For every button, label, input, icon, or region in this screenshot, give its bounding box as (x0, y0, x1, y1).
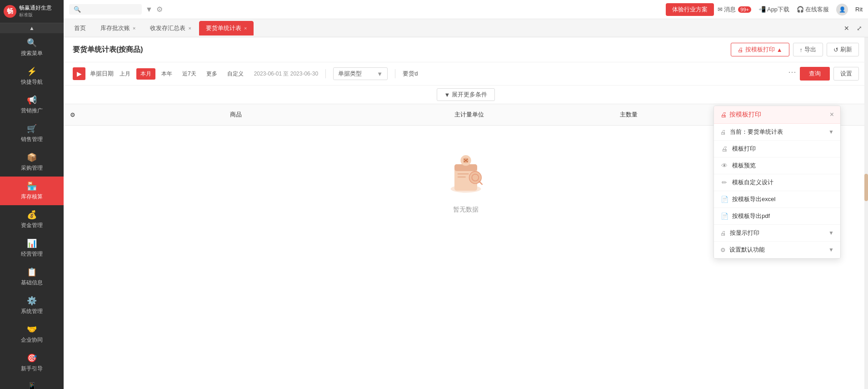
type-filter-select[interactable]: 单据类型 ▼ (333, 67, 388, 80)
tab-requisition-stats[interactable]: 要货单统计表 × (199, 21, 254, 35)
tab-inventory-batch-close[interactable]: × (133, 25, 135, 31)
sidebar-label-search: 搜索菜单 (21, 50, 43, 57)
refresh-button[interactable]: ↺ 刷新 (827, 43, 859, 56)
date-label: 单据日期 (90, 70, 114, 78)
display-print-label: 按显示打印 (730, 229, 759, 237)
tab-home-label: 首页 (74, 24, 86, 32)
topbar-dropdown-icon[interactable]: ▼ (145, 5, 153, 14)
finance-icon: 💰 (27, 210, 37, 220)
sidebar-item-guide[interactable]: 🎯 新手引导 (0, 349, 64, 377)
settings-button[interactable]: 设置 (833, 67, 859, 81)
purchase-icon: 📦 (27, 152, 37, 162)
user-avatar[interactable]: 👤 (836, 4, 848, 15)
search-icon: 🔍 (27, 38, 37, 48)
expand-toggle[interactable]: ▶ (73, 67, 85, 80)
dropdown-item-template-print[interactable]: 🖨 模板打印 (714, 141, 840, 157)
window-maximize-button[interactable]: ⤢ (854, 23, 864, 33)
page-header: 要货单统计表(按商品) 🖨 按模板打印 ▲ ↑ 导出 ↺ 刷新 (64, 37, 868, 62)
system-icon: ⚙️ (27, 296, 37, 306)
app-name: 畅赢通好生意 (19, 5, 52, 12)
date-btn-more[interactable]: 更多 (202, 68, 221, 80)
date-btn-last7days[interactable]: 近7天 (178, 68, 200, 80)
col-settings[interactable]: ⚙ (64, 109, 82, 121)
expand-more-icon: ▼ (444, 91, 450, 98)
dropdown-display-print[interactable]: 🖨 按显示打印 ▼ (714, 225, 840, 242)
dropdown-item-template-design[interactable]: ✏ 模板自定义设计 (714, 174, 840, 191)
sidebar-item-basic[interactable]: 📋 基础信息 (0, 263, 64, 291)
topbar-search-icon: 🔍 (74, 6, 81, 13)
window-close-button[interactable]: ✕ (842, 23, 852, 33)
dropdown-close-button[interactable]: × (830, 111, 834, 119)
scrollbar-thumb[interactable] (864, 174, 868, 201)
tabbar: 首页 库存批次账 × 收发存汇总表 × 要货单统计表 × ✕ ⤢ (64, 19, 868, 37)
more-options-icon[interactable]: ⋯ (788, 67, 796, 81)
tab-collection-summary[interactable]: 收发存汇总表 × (143, 21, 198, 35)
date-btn-prev-month[interactable]: 上月 (115, 68, 135, 80)
tab-requisition-stats-close[interactable]: × (244, 25, 247, 31)
sidebar-item-sales[interactable]: 🛒 销售管理 (0, 119, 64, 148)
sidebar-item-purchase[interactable]: 📦 采购管理 (0, 148, 64, 177)
header-right-actions: 🖨 按模板打印 ▲ ↑ 导出 ↺ 刷新 (731, 43, 859, 56)
sidebar-item-search[interactable]: 🔍 搜索菜单 (0, 33, 64, 62)
sidebar-item-inventory[interactable]: 🏪 库存核算 (0, 177, 64, 205)
online-service-item[interactable]: 🎧 在线客服 (797, 5, 829, 14)
sidebar-item-marketing[interactable]: 📢 营销推广 (0, 91, 64, 119)
dropdown-item-template-preview[interactable]: 👁 模板预览 (714, 157, 840, 174)
sidebar-item-operations[interactable]: 📊 经营管理 (0, 234, 64, 263)
dropdown-item-template-excel[interactable]: 📄 按模板导出excel (714, 191, 840, 208)
tab-home[interactable]: 首页 (67, 21, 93, 35)
scroll-up[interactable]: ▲ (0, 23, 64, 33)
template-print-button[interactable]: 🖨 按模板打印 ▲ (731, 43, 789, 56)
printer-dropdown-icon: 🖨 (720, 111, 727, 118)
message-badge: 99+ (738, 6, 751, 13)
sidebar-item-finance[interactable]: 💰 资金管理 (0, 205, 64, 234)
tab-inventory-batch[interactable]: 库存批次账 × (94, 21, 142, 35)
date-btn-this-year[interactable]: 本年 (157, 68, 176, 80)
sidebar: 畅 畅赢通好生意 标准版 ▲ 🔍 搜索菜单 ⚡ 快捷导航 📢 营销推广 🛒 销售… (0, 0, 64, 389)
sidebar-item-enterprise[interactable]: 🤝 企业协同 (0, 320, 64, 349)
sidebar-item-quicknav[interactable]: ⚡ 快捷导航 (0, 62, 64, 91)
vertical-scrollbar[interactable] (864, 37, 868, 389)
app-download-item[interactable]: 📲 App下载 (758, 5, 789, 14)
refresh-label: 刷新 (840, 45, 852, 54)
dropdown-current[interactable]: 🖨 当前：要货单统计表 ▼ (714, 124, 840, 141)
tab-collection-summary-close[interactable]: × (188, 25, 191, 31)
refresh-icon: ↺ (833, 46, 838, 53)
template-pdf-item-label: 按模板导出pdf (732, 212, 770, 220)
right-action-btns: ⋯ 查询 设置 (788, 67, 859, 81)
sidebar-label-system: 系统管理 (21, 308, 43, 315)
dropdown-item-template-pdf[interactable]: 📄 按模板导出pdf (714, 208, 840, 225)
sidebar-label-marketing: 营销推广 (21, 107, 43, 115)
messages-label: 消息 (724, 5, 736, 14)
sidebar-label-inventory: 库存核算 (21, 193, 43, 201)
expand-more-button[interactable]: ▼ 展开更多条件 (437, 88, 495, 101)
template-preview-item-label: 模板预览 (732, 162, 756, 170)
message-icon: ✉ (718, 6, 723, 13)
filter-separator-2 (395, 69, 395, 78)
dropdown-current-left: 🖨 当前：要货单统计表 (720, 128, 783, 136)
sidebar-label-guide: 新手引导 (21, 365, 43, 373)
sidebar-item-appstore[interactable]: 📱 应用中心 (0, 377, 64, 389)
topbar: 🔍 ▼ ⚙ 体验行业方案 ✉ 消息 99+ 📲 App下载 🎧 在线客服 👤 (64, 0, 868, 19)
settings-icon[interactable]: ⚙ (156, 5, 163, 14)
expand-more-row: ▼ 展开更多条件 (64, 86, 868, 104)
date-btn-custom[interactable]: 自定义 (223, 68, 248, 80)
sidebar-logo: 畅 畅赢通好生意 标准版 (0, 0, 64, 23)
date-btn-this-month[interactable]: 本月 (136, 68, 155, 80)
messages-item[interactable]: ✉ 消息 99+ (718, 5, 751, 14)
dropdown-default-settings[interactable]: ⚙ 设置默认功能 ▼ (714, 242, 840, 258)
trial-button[interactable]: 体验行业方案 (666, 3, 714, 16)
appstore-icon: 📱 (27, 382, 37, 389)
dropdown-display-print-left: 🖨 按显示打印 (720, 229, 759, 237)
topbar-search[interactable]: 🔍 (69, 4, 142, 15)
export-button[interactable]: ↑ 导出 (793, 43, 823, 56)
display-print-icon: 🖨 (720, 230, 726, 237)
app-download-label: App下载 (767, 5, 789, 14)
sidebar-label-finance: 资金管理 (21, 222, 43, 229)
sidebar-item-system[interactable]: ⚙️ 系统管理 (0, 291, 64, 320)
extra-filter-label: 要货d (403, 70, 418, 78)
sidebar-label-purchase: 采购管理 (21, 164, 43, 172)
inventory-icon: 🏪 (27, 181, 37, 191)
svg-rect-7 (458, 177, 466, 178)
query-button[interactable]: 查询 (800, 67, 830, 81)
